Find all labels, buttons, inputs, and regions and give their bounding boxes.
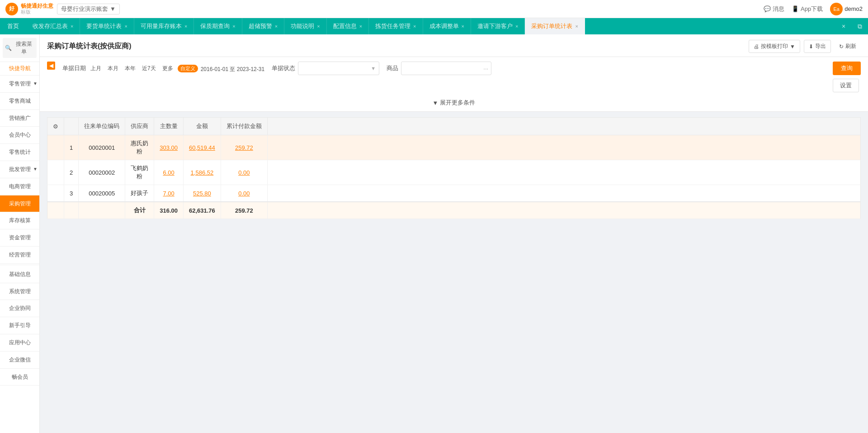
sidebar-item-电商管理[interactable]: 电商管理 xyxy=(0,178,39,195)
tab-close-icon[interactable]: × xyxy=(575,24,578,29)
tab-close-icon[interactable]: × xyxy=(124,24,127,29)
row-code: 00020005 xyxy=(79,185,125,202)
restore-tabs-button[interactable]: ⧉ xyxy=(852,18,868,34)
sidebar-item-零售统计[interactable]: 零售统计 xyxy=(0,144,39,161)
sidebar-item-零售商城[interactable]: 零售商城 xyxy=(0,93,39,110)
tab-拣货任务管理[interactable]: 拣货任务管理 × xyxy=(369,18,423,34)
tab-保质期查询[interactable]: 保质期查询 × xyxy=(194,18,242,34)
sidebar-item-企业微信[interactable]: 企业微信 xyxy=(0,352,39,369)
refresh-button[interactable]: ↻ 刷新 xyxy=(835,40,861,52)
footer-paid: 259.72 xyxy=(221,202,267,219)
table-col-quantity: 主数量 xyxy=(154,118,184,135)
expand-more-button[interactable]: ▼ 展开更多条件 xyxy=(47,99,861,107)
goods-input-dots[interactable]: ··· xyxy=(483,65,488,72)
close-all-tabs-button[interactable]: × xyxy=(835,18,852,34)
table-col-supplier: 供应商 xyxy=(125,118,154,135)
row-quantity: 6.00 xyxy=(154,160,184,185)
footer-label: 合计 xyxy=(125,202,154,219)
date-shortcut-7days[interactable]: 近7天 xyxy=(140,64,158,73)
status-select[interactable] xyxy=(298,62,379,75)
goods-filter: 商品 ··· xyxy=(387,62,491,75)
content-area: 采购订单统计表(按供应商) 🖨 按模板打印 ▼ ⬇ 导出 ↻ 刷新 xyxy=(40,34,868,433)
tab-close-icon[interactable]: × xyxy=(275,24,278,29)
sidebar-item-资金管理[interactable]: 资金管理 xyxy=(0,229,39,247)
tab-成本调整单[interactable]: 成本调整单 × xyxy=(423,18,471,34)
user-name: demo2 xyxy=(844,5,863,12)
sidebar-item-会员中心[interactable]: 会员中心 xyxy=(0,127,39,144)
app-download-button[interactable]: 📱 App下载 xyxy=(792,5,823,13)
workspace-selector[interactable]: 母婴行业演示账套 ▼ xyxy=(57,4,120,14)
date-filter-label: 单据日期 xyxy=(62,64,86,72)
tab-超储预警[interactable]: 超储预警 × xyxy=(242,18,284,34)
chevron-down-icon: ▼ xyxy=(110,5,116,12)
tab-close-icon[interactable]: × xyxy=(232,24,235,29)
refresh-icon: ↻ xyxy=(839,43,844,50)
sidebar-item-库存核算[interactable]: 库存核算 xyxy=(0,212,39,229)
sidebar-item-采购管理[interactable]: 采购管理 xyxy=(0,195,39,213)
date-shortcut-this-year[interactable]: 本年 xyxy=(123,64,137,73)
goods-input[interactable] xyxy=(404,65,483,72)
tab-要货单统计表[interactable]: 要货单统计表 × xyxy=(80,18,134,34)
tab-配置信息[interactable]: 配置信息 × xyxy=(327,18,369,34)
date-custom-badge[interactable]: 自定义 xyxy=(178,65,198,72)
table-col-index xyxy=(64,118,79,135)
search-menu-button[interactable]: 🔍 搜索菜单 xyxy=(3,38,37,58)
tab-邀请下游客户[interactable]: 邀请下游客户 × xyxy=(471,18,525,34)
filter-right-actions: 查询 设置 xyxy=(833,62,861,92)
sidebar-item-批发管理[interactable]: 批发管理 ▼ xyxy=(0,161,39,178)
column-settings-icon[interactable]: ⚙ xyxy=(53,123,58,130)
tab-close-icon[interactable]: × xyxy=(413,24,416,29)
row-settings-cell xyxy=(47,135,64,160)
sidebar-item-基础信息[interactable]: 基础信息 xyxy=(0,266,39,283)
top-bar-right: 💬 消息 📱 App下载 Ea demo2 xyxy=(764,3,863,15)
tab-close-icon[interactable]: × xyxy=(317,24,320,29)
sidebar-item-零售管理[interactable]: 零售管理 ▼ xyxy=(0,76,39,93)
tab-close-icon[interactable]: × xyxy=(462,24,464,29)
table-col-code: 往来单位编码 xyxy=(79,118,125,135)
tab-close-icon[interactable]: × xyxy=(71,24,73,29)
app-icon: 📱 xyxy=(792,5,799,12)
sidebar-item-营销推广[interactable]: 营销推广 xyxy=(0,110,39,127)
sidebar-item-应用中心[interactable]: 应用中心 xyxy=(0,334,39,352)
sidebar-item-新手引导[interactable]: 新手引导 xyxy=(0,317,39,334)
user-menu[interactable]: Ea demo2 xyxy=(830,3,863,15)
tab-close-icon[interactable]: × xyxy=(515,24,518,29)
settings-button[interactable]: 设置 xyxy=(833,79,859,92)
export-button[interactable]: ⬇ 导出 xyxy=(804,40,831,53)
table-body: 1 00020001 惠氏奶粉 303.00 60,519.44 259.72 … xyxy=(47,135,861,202)
sidebar-item-系统管理[interactable]: 系统管理 xyxy=(0,283,39,300)
row-paid: 259.72 xyxy=(221,135,267,160)
toggle-filter-button[interactable]: ◀ xyxy=(47,62,55,70)
top-bar-left: 好 畅捷通好生意 标版 母婴行业演示账套 ▼ xyxy=(5,3,120,15)
tab-功能说明[interactable]: 功能说明 × xyxy=(284,18,326,34)
tab-收发存汇总表[interactable]: 收发存汇总表 × xyxy=(26,18,80,34)
sidebar-item-经营管理[interactable]: 经营管理 xyxy=(0,247,39,264)
date-shortcut-this-month[interactable]: 本月 xyxy=(106,64,120,73)
tab-close-icon[interactable]: × xyxy=(184,24,187,29)
message-button[interactable]: 💬 消息 xyxy=(764,5,784,13)
tab-home[interactable]: 首页 xyxy=(0,18,26,34)
date-shortcut-last-month[interactable]: 上月 xyxy=(89,64,103,73)
footer-quantity: 316.00 xyxy=(154,202,184,219)
export-icon: ⬇ xyxy=(809,43,813,50)
table-footer-row: 合计 316.00 62,631.76 259.72 xyxy=(47,202,861,219)
filter-bar: ◀ 单据日期 上月 本月 本年 近7天 更多 自定义 xyxy=(40,57,868,112)
table-col-extra xyxy=(267,118,860,135)
tab-采购订单统计表[interactable]: 采购订单统计表 × xyxy=(525,18,585,34)
status-select-wrap: ▼ xyxy=(298,62,379,75)
date-shortcut-more[interactable]: 更多 xyxy=(160,64,175,73)
print-button[interactable]: 🖨 按模板打印 ▼ xyxy=(749,40,800,53)
message-icon: 💬 xyxy=(764,5,771,12)
tab-close-icon[interactable]: × xyxy=(359,24,362,29)
query-button[interactable]: 查询 xyxy=(833,62,861,75)
sidebar-item-企业协同[interactable]: 企业协同 xyxy=(0,300,39,317)
main-layout: 🔍 搜索菜单 快捷导航 零售管理 ▼ 零售商城 营销推广 会员中心 零售统计 批… xyxy=(0,34,868,433)
row-index: 1 xyxy=(64,135,79,160)
row-supplier: 惠氏奶粉 xyxy=(125,135,154,160)
tab-可用量库存账本[interactable]: 可用量库存账本 × xyxy=(134,18,194,34)
status-filter: 单据状态 ▼ xyxy=(272,62,379,75)
table-header: ⚙ 往来单位编码 供应商 主数量 金额 累计付款金额 xyxy=(47,118,861,135)
table-row: 3 00020005 好孩子 7.00 525.80 0.00 xyxy=(47,185,861,202)
sidebar-item-quick-nav[interactable]: 快捷导航 xyxy=(0,62,39,76)
sidebar-item-畅会员[interactable]: 畅会员 xyxy=(0,369,39,386)
